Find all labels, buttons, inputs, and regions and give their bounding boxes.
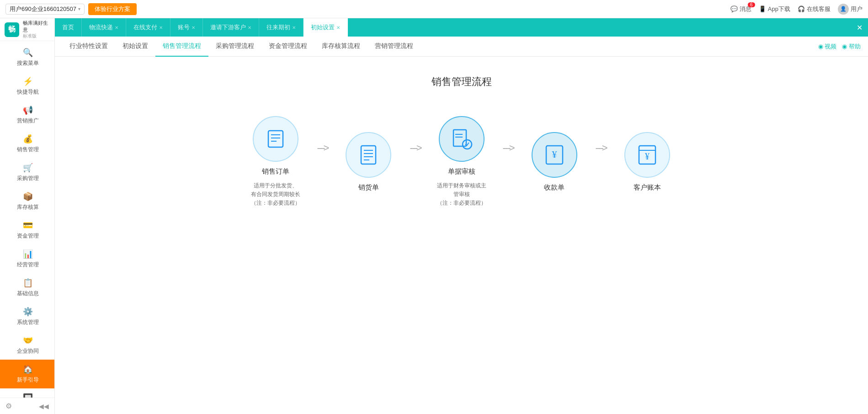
sub-tabs-right: ◉ ◉视频 ◉ 帮助 [818, 42, 861, 51]
sidebar-item-appcenter[interactable]: 🔲应用中心 [0, 388, 54, 398]
system-label: 系统管理 [17, 318, 39, 326]
sidebar-item-finance[interactable]: 💳资金管理 [0, 216, 54, 244]
sub-tabs: 行业特性设置初始设置销售管理流程采购管理流程资金管理流程库存核算流程营销管理流程… [55, 37, 868, 57]
logo-title: 畅库满好生意 [23, 20, 50, 33]
step-circle-receipt[interactable]: ¥ [532, 132, 577, 178]
sidebar-item-quicknav[interactable]: ⚡快捷导航 [0, 72, 54, 101]
tab-init[interactable]: 初始设置 ✕ [304, 18, 348, 37]
tab-close-logistics[interactable]: ✕ [115, 25, 118, 30]
sub-tab-sales-flow[interactable]: 销售管理流程 [155, 37, 208, 57]
sidebar-item-cooperation[interactable]: 🤝企业协同 [0, 331, 54, 360]
tab-close-opening[interactable]: ✕ [292, 25, 296, 30]
sub-tab-purchase-flow[interactable]: 采购管理流程 [208, 37, 261, 57]
sidebar-footer: ⚙ ◀◀ [0, 398, 54, 414]
flow-step-sales-order: 销售订单 适用于分批发货、有合同发货周期较长（注：非必要流程） [239, 116, 312, 208]
help-link[interactable]: ◉ 帮助 [842, 42, 861, 51]
experience-button[interactable]: 体验行业方案 [88, 3, 137, 15]
collapse-icon[interactable]: ◀◀ [39, 403, 49, 410]
flow-step-sales-invoice: 销货单 [332, 132, 405, 192]
sub-tab-inventory-flow[interactable]: 库存核算流程 [314, 37, 367, 57]
tab-invite[interactable]: 邀请下游客户 ✕ [203, 18, 259, 37]
logo-icon: 畅 [5, 22, 19, 37]
flow-step-receipt: ¥ 收款单 [518, 132, 591, 192]
step-circle-customer-account[interactable]: ¥ [624, 132, 670, 178]
finance-icon: 💳 [23, 220, 33, 230]
sub-tab-finance-flow[interactable]: 资金管理流程 [261, 37, 314, 57]
step-label-sales-invoice: 销货单 [358, 183, 379, 192]
page-content: 行业特性设置初始设置销售管理流程采购管理流程资金管理流程库存核算流程营销管理流程… [55, 37, 868, 414]
tab-label-init: 初始设置 [311, 23, 335, 32]
sidebar-item-newguide[interactable]: 🏠新手引导 [0, 360, 54, 388]
settings-icon[interactable]: ⚙ [5, 402, 12, 410]
flow-arrow-1: - - -> [405, 142, 425, 154]
main-layout: 畅 畅库满好生意 标准版 🔍搜索菜单⚡快捷导航📢营销推广💰销售管理🛒采购管理📦库… [0, 18, 868, 414]
flow-arrow-2: - - -> [498, 142, 518, 154]
sales-icon: 💰 [23, 134, 33, 144]
inventory-label: 库存核算 [17, 203, 39, 211]
tab-label-logistics: 物流快递 [89, 23, 113, 32]
tab-home[interactable]: 首页 [55, 18, 82, 37]
tab-close-payment[interactable]: ✕ [159, 25, 163, 30]
top-bar-left: 用户690企业1660120507 ▾ 体验行业方案 [5, 3, 137, 15]
tab-close-all-button[interactable]: ✕ [851, 18, 868, 37]
purchase-label: 采购管理 [17, 175, 39, 182]
sub-tab-industry[interactable]: 行业特性设置 [62, 37, 115, 57]
top-bar-right: 💬 消息 6 📱 App下载 🎧 在线客服 👤 用户 [730, 4, 863, 15]
sidebar-item-marketing-promo[interactable]: 📢营销推广 [0, 101, 54, 129]
flow-content: 销售管理流程 销售订单 适用于分批发货、有合同发货周期较长（注：非必要流程） -… [55, 57, 868, 414]
sidebar-item-inventory[interactable]: 📦库存核算 [0, 187, 54, 216]
service-label: 在线客服 [807, 5, 831, 13]
sidebar-item-search[interactable]: 🔍搜索菜单 [0, 43, 54, 72]
user-label: 用户690企业1660120507 [10, 5, 76, 13]
sub-tab-initial[interactable]: 初始设置 [115, 37, 155, 57]
sidebar-item-basicinfo[interactable]: 📋基础信息 [0, 273, 54, 302]
basicinfo-icon: 📋 [23, 278, 33, 288]
sidebar-item-operations[interactable]: 📊经营管理 [0, 244, 54, 273]
tab-close-init[interactable]: ✕ [336, 25, 340, 30]
flow-step-approval: 单据审核 适用于财务审核或主管审核（注：非必要流程） [425, 116, 498, 208]
app-label: App下载 [768, 5, 790, 13]
tab-account[interactable]: 账号 ✕ [170, 18, 203, 37]
tab-bar: 首页物流快递 ✕在线支付 ✕账号 ✕邀请下游客户 ✕往来期初 ✕初始设置 ✕✕ [55, 18, 868, 37]
step-label-receipt: 收款单 [544, 183, 564, 192]
tab-logistics[interactable]: 物流快递 ✕ [82, 18, 126, 37]
sales-label: 销售管理 [17, 146, 39, 154]
user-selector[interactable]: 用户690企业1660120507 ▾ [5, 4, 85, 15]
logo-sub: 标准版 [23, 33, 50, 39]
sidebar-item-purchase[interactable]: 🛒采购管理 [0, 158, 54, 187]
quicknav-icon: ⚡ [23, 76, 33, 86]
search-label: 搜索菜单 [17, 59, 39, 67]
inventory-icon: 📦 [23, 191, 33, 202]
video-link[interactable]: ◉ ◉视频 [818, 42, 837, 51]
svg-text:¥: ¥ [552, 149, 557, 160]
tab-label-account: 账号 [178, 23, 190, 32]
tab-label-invite: 邀请下游客户 [210, 23, 246, 32]
svg-line-12 [467, 143, 469, 146]
app-download-button[interactable]: 📱 App下载 [759, 5, 790, 13]
user-menu-label: 用户 [851, 5, 863, 13]
user-menu-button[interactable]: 👤 用户 [838, 4, 863, 15]
sidebar-item-system[interactable]: ⚙️系统管理 [0, 302, 54, 331]
tab-close-invite[interactable]: ✕ [248, 25, 251, 30]
step-label-sales-order: 销售订单 [262, 167, 289, 176]
step-circle-sales-invoice[interactable] [346, 132, 391, 178]
flow-arrow-3: - - -> [591, 142, 611, 154]
app-icon: 📱 [759, 5, 766, 12]
purchase-icon: 🛒 [23, 163, 33, 173]
tab-payment[interactable]: 在线支付 ✕ [126, 18, 170, 37]
tab-opening[interactable]: 往来期初 ✕ [259, 18, 304, 37]
chevron-down-icon: ▾ [78, 6, 80, 11]
sub-tab-marketing-flow[interactable]: 营销管理流程 [367, 37, 421, 57]
marketing-promo-icon: 📢 [23, 105, 33, 115]
tab-close-account[interactable]: ✕ [192, 25, 195, 30]
top-bar: 用户690企业1660120507 ▾ 体验行业方案 💬 消息 6 📱 App下… [0, 0, 868, 18]
svg-rect-4 [361, 146, 376, 164]
avatar: 👤 [838, 4, 849, 15]
step-circle-sales-order[interactable] [253, 116, 298, 162]
step-circle-approval[interactable] [439, 116, 485, 162]
flow-arrow-0: - - -> [312, 142, 332, 154]
sidebar-item-sales[interactable]: 💰销售管理 [0, 129, 54, 158]
step-label-customer-account: 客户账本 [634, 183, 661, 192]
message-button[interactable]: 💬 消息 6 [730, 5, 751, 13]
service-button[interactable]: 🎧 在线客服 [798, 5, 831, 13]
